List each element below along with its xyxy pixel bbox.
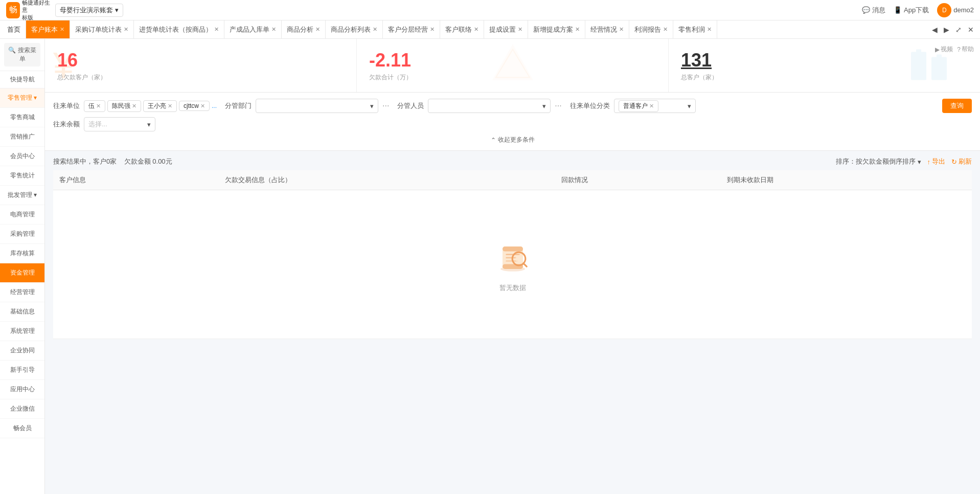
close-tab-profit[interactable]: ✕ (663, 26, 668, 33)
data-table: 客户信息 欠款交易信息（占比） 回款情况 到期未收款日期 (53, 170, 972, 339)
dept-more-button[interactable]: ··· (382, 101, 389, 110)
stat-card-total-debt: -2.11 欠款合计（万） (357, 39, 669, 92)
close-tab-promotion[interactable]: ✕ (518, 26, 522, 33)
unit-tag-wu[interactable]: 伍 ✕ (84, 100, 105, 112)
close-tab-product[interactable]: ✕ (271, 26, 276, 33)
tab-purchase-order-stat[interactable]: 采购订单统计表 ✕ (70, 20, 134, 38)
tab-customer-tier[interactable]: 客户分层经营 ✕ (383, 20, 440, 38)
export-button[interactable]: ↑ 导出 (927, 157, 946, 166)
nav-expand-button[interactable]: ⤢ (953, 25, 964, 35)
message-button[interactable]: 💬 消息 (862, 6, 885, 15)
close-tab-customer-accounts[interactable]: ✕ (60, 26, 64, 33)
close-tab-tier[interactable]: ✕ (430, 26, 435, 33)
col-due-date: 到期未收款日期 (721, 170, 972, 190)
close-tab-purchase[interactable]: ✕ (124, 26, 128, 33)
sidebar-item-retail-stats[interactable]: 零售统计 (0, 166, 44, 186)
table-body: 暂无数据 (53, 190, 972, 339)
sidebar-item-enterprise-collab[interactable]: 企业协同 (0, 341, 44, 361)
remove-unit-type-tag[interactable]: ✕ (649, 103, 654, 109)
sidebar-item-enterprise-wechat[interactable]: 企业微信 (0, 399, 44, 419)
sidebar-item-operation-mgmt[interactable]: 经营管理 (0, 283, 44, 302)
help-button[interactable]: ? 帮助 (957, 45, 974, 54)
nav-close-all-button[interactable]: ✕ (966, 25, 976, 35)
remove-tag-cjttcw[interactable]: ✕ (200, 103, 205, 109)
video-help-button[interactable]: ▶ 视频 (935, 45, 953, 54)
person-more-button[interactable]: ··· (555, 101, 561, 110)
tab-promotion-settings[interactable]: 提成设置 ✕ (484, 20, 528, 38)
close-tab-new-promotion[interactable]: ✕ (575, 26, 580, 33)
unit-tag-wang[interactable]: 王小亮 ✕ (143, 100, 177, 112)
tab-operation-status[interactable]: 经营情况 ✕ (585, 20, 629, 38)
stat-card-credit-customers: ¥ 16 总欠款客户（家） (45, 39, 357, 92)
chevron-down-icon-balance: ▾ (147, 121, 151, 128)
tab-inbound-stat[interactable]: 进货单统计表（按商品） ✕ (134, 20, 224, 38)
refresh-button[interactable]: ↻ 刷新 (951, 157, 972, 166)
unit-tag-chen[interactable]: 陈民强 ✕ (107, 100, 141, 112)
sidebar-item-new-guide[interactable]: 新手引导 (0, 361, 44, 380)
close-tab-operation[interactable]: ✕ (619, 26, 624, 33)
app-download-button[interactable]: 📱 App下载 (894, 6, 929, 15)
tab-profit-report[interactable]: 利润报告 ✕ (629, 20, 673, 38)
tab-goods-analysis[interactable]: 商品分析 ✕ (282, 20, 326, 38)
balance-select[interactable]: 选择... ▾ (84, 117, 155, 131)
svg-rect-4 (916, 50, 921, 54)
svg-rect-3 (931, 57, 947, 80)
chevron-down-icon: ▾ (115, 6, 119, 14)
sidebar-item-retail-mall[interactable]: 零售商城 (0, 108, 44, 127)
sidebar-item-member-center[interactable]: 会员中心 (0, 147, 44, 166)
svg-rect-11 (506, 257, 516, 258)
stat-label-debt: 欠款合计（万） (369, 73, 412, 82)
table-header-row: 客户信息 欠款交易信息（占比） 回款情况 到期未收款日期 (53, 170, 972, 190)
close-tab-goods-list[interactable]: ✕ (373, 26, 377, 33)
balance-filter-label: 往来余额 (53, 120, 80, 129)
unit-type-select[interactable]: 普通客户 ✕ ▾ (614, 99, 696, 113)
empty-state-row: 暂无数据 (53, 190, 972, 339)
tab-goods-analysis-list[interactable]: 商品分析列表 ✕ (326, 20, 383, 38)
sidebar-item-ecommerce-mgmt[interactable]: 电商管理 (0, 205, 44, 224)
tab-retail-profit[interactable]: 零售利润 ✕ (673, 20, 717, 38)
close-tab-retail-profit[interactable]: ✕ (707, 26, 712, 33)
svg-rect-8 (503, 246, 523, 252)
user-menu[interactable]: D demo2 (937, 3, 974, 17)
collapse-filter-button[interactable]: ⌃ 收起更多条件 (53, 136, 972, 144)
sort-select[interactable]: 排序：按欠款金额倒序排序 ▾ (836, 157, 921, 166)
sidebar-item-vip-member[interactable]: 畅会员 (0, 419, 44, 438)
sidebar-quick-nav[interactable]: 快捷导航 (0, 71, 44, 88)
sidebar-item-system-mgmt[interactable]: 系统管理 (0, 322, 44, 341)
sidebar-item-purchase-mgmt[interactable]: 采购管理 (0, 224, 44, 244)
query-button[interactable]: 查询 (942, 99, 972, 113)
sidebar-item-finance-mgmt[interactable]: 资金管理 (0, 263, 44, 283)
tab-home[interactable]: 首页 (2, 20, 26, 38)
close-tab-contact[interactable]: ✕ (474, 26, 478, 33)
sidebar-item-retail-mgmt[interactable]: 零售管理 ▾ (0, 88, 44, 108)
more-tags-button[interactable]: ... (212, 102, 217, 109)
sidebar-item-app-center[interactable]: 应用中心 (0, 380, 44, 399)
tab-customer-accounts[interactable]: 客户账本 ✕ (26, 20, 70, 38)
filter-row-1: 往来单位 伍 ✕ 陈民强 ✕ 王小亮 ✕ cjttcw (53, 99, 972, 113)
nav-tabs: 首页 客户账本 ✕ 采购订单统计表 ✕ 进货单统计表（按商品） ✕ 产成品入库单… (0, 20, 980, 39)
message-icon: 💬 (862, 6, 870, 14)
svg-rect-2 (911, 52, 926, 80)
dept-select[interactable]: ▾ (256, 99, 378, 113)
unit-tag-cjttcw[interactable]: cjttcw ✕ (179, 101, 210, 111)
close-tab-inbound[interactable]: ✕ (214, 26, 219, 33)
search-menu-button[interactable]: 🔍 搜索菜单 (4, 43, 40, 66)
sidebar-item-inventory-check[interactable]: 库存核算 (0, 244, 44, 263)
tab-product-inbound[interactable]: 产成品入库单 ✕ (224, 20, 282, 38)
remove-tag-wang[interactable]: ✕ (168, 103, 172, 109)
workspace-selector[interactable]: 母婴行业演示账套 ▾ (55, 4, 123, 17)
sidebar-item-basic-info[interactable]: 基础信息 (0, 302, 44, 322)
logo-area: 畅 畅捷通好生意 标版 (6, 0, 51, 21)
sidebar-item-marketing[interactable]: 营销推广 (0, 127, 44, 147)
remove-tag-wu[interactable]: ✕ (96, 103, 101, 109)
tab-new-promotion[interactable]: 新增提成方案 ✕ (528, 20, 585, 38)
unit-type-tag[interactable]: 普通客户 ✕ (619, 100, 658, 112)
sidebar-item-wholesale-mgmt[interactable]: 批发管理 ▾ (0, 186, 44, 205)
person-select[interactable]: ▾ (428, 99, 551, 113)
remove-tag-chen[interactable]: ✕ (132, 103, 136, 109)
nav-next-button[interactable]: ▶ (942, 25, 951, 35)
nav-prev-button[interactable]: ◀ (930, 25, 940, 35)
close-tab-goods[interactable]: ✕ (315, 26, 320, 33)
tab-customer-contact[interactable]: 客户联络 ✕ (440, 20, 484, 38)
svg-line-14 (523, 263, 526, 266)
